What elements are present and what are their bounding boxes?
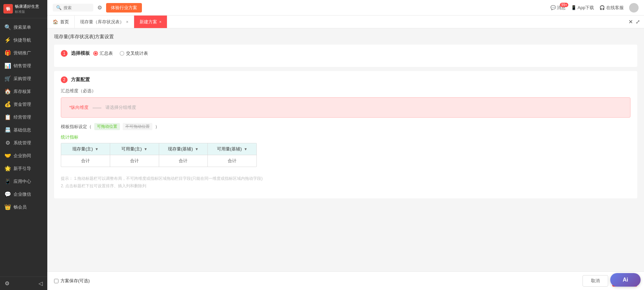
content-area: 现存量(库存状况表)方案设置 1 选择模板 汇总表 交叉统计表 xyxy=(47,28,644,271)
step1-header: 1 选择模板 汇总表 交叉统计表 xyxy=(61,50,630,57)
download-icon: 📱 xyxy=(571,5,576,10)
nav-label-inventory-check: 库存核算 xyxy=(14,89,31,95)
online-support[interactable]: 🎧 在线客服 xyxy=(599,5,624,11)
logo-text: 畅康通好生意 标准版 xyxy=(15,4,39,14)
stats-th-4[interactable]: 可用量(基辅) ▼ xyxy=(208,143,256,155)
footer-bar: 方案保存(可选) 取消 查询 xyxy=(47,271,644,290)
stats-td-3: 合计 xyxy=(159,155,208,167)
stats-table-header: 现存量(主) ▼ 可用量(主) ▼ 现存量(基辅) ▼ 可用量(基辅) xyxy=(61,143,256,155)
tab-new-scheme[interactable]: 新建方案 × xyxy=(134,16,167,28)
sidebar-item-new-guide[interactable]: 🌟 新手引导 xyxy=(0,162,47,175)
step2-card: 2 方案配置 汇总维度（必选） *纵向维度 —— 请选择分组维度 模板指标设定（… xyxy=(54,71,637,198)
gear-icon[interactable]: ⚙ xyxy=(97,4,102,11)
sidebar-item-sales[interactable]: 📊 销售管理 xyxy=(0,59,47,72)
step2-header: 2 方案配置 xyxy=(61,76,630,83)
cancel-button[interactable]: 取消 xyxy=(583,275,608,287)
sidebar-item-cooperation[interactable]: 🤝 企业协同 xyxy=(0,149,47,162)
tab-close-icon[interactable]: ✕ xyxy=(628,19,633,25)
step1-num: 1 xyxy=(61,50,68,57)
tab-expand-icon[interactable]: ⤢ xyxy=(636,19,640,25)
message-count: 99+ xyxy=(560,3,568,7)
sidebar-item-search[interactable]: 🔍 搜索菜单 xyxy=(0,21,47,34)
nav-icon-system: ⚙ xyxy=(5,140,11,146)
hint-2: 2. 点击标题栏下拉可设置排序、插入列和删除列 xyxy=(61,183,630,190)
tab-inventory-close[interactable]: × xyxy=(126,20,128,24)
sidebar-item-system[interactable]: ⚙ 系统管理 xyxy=(0,137,47,149)
headset-icon: 🎧 xyxy=(599,5,605,10)
search-input[interactable] xyxy=(64,5,87,10)
save-checkbox-input[interactable] xyxy=(54,279,58,283)
nav-label-base-info: 基础信息 xyxy=(14,127,31,133)
hint-1: 提示： 1.拖动标题栏可以调整布局，不可跨维度或指标区域拖动栏目字段(只能在同一… xyxy=(61,175,630,183)
field-separator: —— xyxy=(93,105,101,110)
save-checkbox[interactable]: 方案保存(可选) xyxy=(54,278,90,284)
sidebar-item-quick-nav[interactable]: ⚡ 快捷导航 xyxy=(0,34,47,47)
chevron-3-icon: ▼ xyxy=(195,147,199,151)
nav-label-search: 搜索菜单 xyxy=(14,24,31,30)
stats-th-1[interactable]: 现存量(主) ▼ xyxy=(61,143,110,155)
ai-float-button[interactable]: Ai xyxy=(610,273,641,287)
sidebar-item-member[interactable]: 👑 畅会员 xyxy=(0,201,47,214)
nav-icon-marketing: 🎁 xyxy=(5,50,11,56)
indicator-settings: 模板指标设定（ 可拖动位置 不可拖动位置 ） 统计指标 现存量(主) ▼ 可用量… xyxy=(61,123,630,193)
nav-label-marketing: 营销推广 xyxy=(14,50,31,56)
topbar: 🔍 ⚙ 体验行业方案 💬 消息 99+ 📱 App下载 🎧 在线客服 xyxy=(47,0,644,16)
stats-table-body: 合计 合计 合计 合计 xyxy=(61,155,256,167)
radio-summary-circle xyxy=(93,51,98,56)
stats-td-2: 合计 xyxy=(110,155,159,167)
nav-icon-sales: 📊 xyxy=(5,63,11,69)
sidebar-item-finance[interactable]: 💰 资金管理 xyxy=(0,98,47,111)
settings-icon[interactable]: ⚙ xyxy=(5,280,9,287)
nav-icon-app-center: 📱 xyxy=(5,178,11,185)
sidebar-item-wechat[interactable]: 💬 企业微信 xyxy=(0,188,47,201)
tab-new-scheme-close[interactable]: × xyxy=(159,20,162,24)
sidebar-item-marketing[interactable]: 🎁 营销推广 xyxy=(0,47,47,59)
stats-th-3[interactable]: 现存量(基辅) ▼ xyxy=(159,143,208,155)
nav-label-finance: 资金管理 xyxy=(14,101,31,107)
logo-icon: 畅 xyxy=(3,4,13,14)
radio-summary[interactable]: 汇总表 xyxy=(93,50,113,56)
sidebar-item-operation[interactable]: 📋 经营管理 xyxy=(0,111,47,124)
nav-icon-base-info: 📇 xyxy=(5,127,11,133)
nav-icon-member: 👑 xyxy=(5,204,11,210)
radio-cross-circle xyxy=(120,51,124,56)
hint-area: 提示： 1.拖动标题栏可以调整布局，不可跨维度或指标区域拖动栏目字段(只能在同一… xyxy=(61,172,630,193)
message-badge[interactable]: 💬 消息 99+ xyxy=(550,5,566,11)
nav-icon-search: 🔍 xyxy=(5,24,11,30)
home-icon: 🏠 xyxy=(53,19,58,24)
nav-icon-finance: 💰 xyxy=(5,101,11,107)
step2-num: 2 xyxy=(61,76,68,83)
step2-title: 方案配置 xyxy=(71,77,90,83)
radio-cross[interactable]: 交叉统计表 xyxy=(120,50,148,56)
search-box[interactable]: 🔍 xyxy=(53,4,93,11)
tabs-bar: 🏠 首页 现存量（库存状况表） × 新建方案 × ✕ ⤢ xyxy=(47,16,644,28)
template-radio-group: 汇总表 交叉统计表 xyxy=(93,50,148,56)
sidebar-item-purchase[interactable]: 🛒 采购管理 xyxy=(0,72,47,85)
tab-inventory[interactable]: 现存量（库存状况表） × xyxy=(75,16,134,28)
stats-th-2[interactable]: 可用量(主) ▼ xyxy=(110,143,159,155)
nav-label-wechat: 企业微信 xyxy=(14,191,31,197)
ai-label: Ai xyxy=(623,277,628,283)
collapse-icon[interactable]: ◁ xyxy=(39,280,43,287)
page-title: 现存量(库存状况表)方案设置 xyxy=(54,34,637,40)
sidebar: 畅 畅康通好生意 标准版 🔍 搜索菜单 ⚡ 快捷导航 🎁 营销推广 📊 销售管理… xyxy=(0,0,47,290)
nav-icon-inventory-check: 🏠 xyxy=(5,89,11,95)
app-download[interactable]: 📱 App下载 xyxy=(571,5,594,11)
sidebar-item-base-info[interactable]: 📇 基础信息 xyxy=(0,124,47,137)
sidebar-item-app-center[interactable]: 📱 应用中心 xyxy=(0,175,47,188)
nav-label-member: 畅会员 xyxy=(14,204,27,210)
group-dim-placeholder[interactable]: 请选择分组维度 xyxy=(105,104,136,111)
stats-table: 现存量(主) ▼ 可用量(主) ▼ 现存量(基辅) ▼ 可用量(基辅) xyxy=(61,143,257,167)
drag-tag: 可拖动位置 xyxy=(94,123,120,130)
industry-btn[interactable]: 体验行业方案 xyxy=(106,3,142,13)
sidebar-bottom: ⚙ ◁ xyxy=(0,276,47,290)
nav-label-new-guide: 新手引导 xyxy=(14,166,31,172)
save-checkbox-label: 方案保存(可选) xyxy=(60,278,90,284)
tab-home[interactable]: 🏠 首页 xyxy=(47,16,75,28)
sidebar-item-inventory-check[interactable]: 🏠 库存核算 xyxy=(0,85,47,98)
search-icon: 🔍 xyxy=(56,5,61,10)
nav-icon-quick-nav: ⚡ xyxy=(5,37,11,43)
user-avatar[interactable] xyxy=(629,3,639,13)
nav-label-system: 系统管理 xyxy=(14,140,31,146)
nav-label-operation: 经营管理 xyxy=(14,114,31,120)
